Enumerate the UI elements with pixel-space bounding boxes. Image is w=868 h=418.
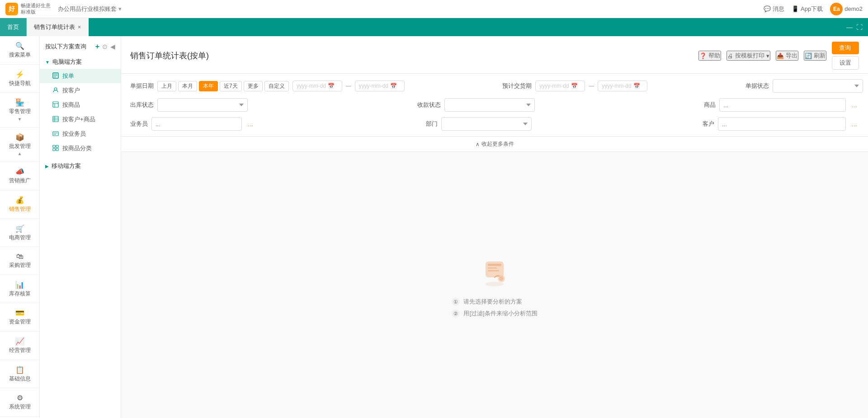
filter-row-1: 单据日期 上月 本月 本年 近7天 更多 自定义 yyyy-mm-dd 📅: [130, 79, 859, 93]
svg-rect-7: [53, 132, 58, 136]
report-title-row: 销售订单统计表(按单) ❓ 帮助 🖨 按模板打印 ▾ 📤: [130, 42, 859, 70]
date-this-year-btn[interactable]: 本年: [199, 81, 218, 91]
empty-hints: ① 请先选择要分析的方案 ② 用[过滤]条件来缩小分析范围: [452, 298, 537, 318]
sidebar-item-basic-info[interactable]: 📋 基础信息: [0, 360, 39, 389]
scheme-section-pc-label: 电脑端方案: [52, 58, 82, 66]
logo-text: 畅捷通好生意 标准版: [21, 3, 51, 14]
tab-sales-order[interactable]: 销售订单统计表 ×: [27, 18, 89, 36]
date-filter-item: 单据日期 上月 本月 本年 近7天 更多 自定义 yyyy-mm-dd 📅: [130, 81, 405, 91]
delivery-date-filter-item: 预计交货期 yyyy-mm-dd 📅 — yyyy-mm-dd 📅: [502, 81, 647, 91]
retail-mgmt-icon: 🏪: [15, 98, 24, 107]
svg-rect-17: [488, 267, 497, 269]
empty-state: ① 请先选择要分析的方案 ② 用[过滤]条件来缩小分析范围: [121, 152, 868, 418]
app-download-button[interactable]: 📱 App下载: [792, 5, 823, 13]
scheme-settings-button[interactable]: ⊙: [102, 43, 108, 50]
salesperson-more-button[interactable]: …: [245, 121, 255, 128]
date-custom-btn[interactable]: 自定义: [264, 81, 289, 91]
filter-row-3: 业务员 … 部门: [130, 117, 859, 131]
filter-bar: 单据日期 上月 本月 本年 近7天 更多 自定义 yyyy-mm-dd 📅: [121, 74, 868, 137]
date-from-input[interactable]: yyyy-mm-dd 📅: [292, 81, 342, 91]
tab-home[interactable]: 首页: [0, 18, 27, 36]
scheme-section-mobile-header[interactable]: ▶ 移动端方案: [40, 159, 121, 173]
delivery-calendar-to-icon: 📅: [633, 83, 640, 89]
date-more-btn[interactable]: 更多: [244, 81, 263, 91]
sidebar-item-inventory[interactable]: 📊 库存核算: [0, 275, 39, 304]
export-button[interactable]: 📤 导出: [776, 51, 798, 61]
scheme-collapse-button[interactable]: ◀: [110, 43, 115, 50]
basic-info-icon: 📋: [15, 366, 24, 374]
breadcrumb-area: 办公用品行业模拟账套 ▾: [58, 5, 122, 13]
svg-rect-10: [53, 145, 55, 147]
tab-close-icon[interactable]: ×: [78, 24, 81, 30]
date-this-month-btn[interactable]: 本月: [178, 81, 197, 91]
product-input[interactable]: [719, 98, 846, 112]
department-select-wrapper: [441, 117, 532, 131]
salesperson-input[interactable]: [151, 117, 242, 131]
sidebar-item-retail-mgmt[interactable]: 🏪 零售管理 ▼: [0, 93, 39, 128]
collapse-bar[interactable]: ∧ 收起更多条件: [121, 137, 868, 152]
print-button[interactable]: 🖨 按模板打印 ▾: [726, 51, 770, 61]
product-more-button[interactable]: …: [849, 102, 859, 109]
scheme-item-by-customer[interactable]: 按客户: [40, 83, 121, 98]
report-header: 销售订单统计表(按单) ❓ 帮助 🖨 按模板打印 ▾ 📤: [121, 36, 868, 74]
scheme-item-by-customer-product[interactable]: 按客户+商品: [40, 112, 121, 127]
empty-hint-1: ① 请先选择要分析的方案: [452, 298, 537, 306]
user-menu[interactable]: Ea demo2: [830, 3, 863, 15]
svg-rect-11: [56, 145, 58, 147]
customer-input[interactable]: [718, 117, 846, 131]
main-layout: 🔍 搜索菜单 ⚡ 快捷导航 🏪 零售管理 ▼ 📦 批发管理 ▲ 📣 营销推广 💰…: [0, 36, 868, 418]
order-status-filter-item: 单据状态 ▾: [745, 79, 859, 93]
product-filter-item: 商品 …: [704, 98, 859, 112]
department-filter-item: 部门: [426, 117, 532, 131]
breadcrumb-dropdown-icon[interactable]: ▾: [118, 5, 122, 12]
sidebar-item-sales-mgmt[interactable]: 💰 销售管理: [0, 190, 39, 219]
sidebar-item-marketing[interactable]: 📣 营销推广: [0, 162, 39, 190]
delivery-date-from-input[interactable]: yyyy-mm-dd 📅: [535, 81, 585, 91]
query-button[interactable]: 查询: [832, 42, 859, 54]
filter-row-2: 出库状态 收款状态: [130, 98, 859, 112]
avatar: Ea: [830, 3, 843, 15]
refresh-button[interactable]: 🔄 刷新: [804, 51, 826, 61]
sidebar-item-sys-mgmt[interactable]: ⚙ 系统管理: [0, 388, 39, 417]
settings-button[interactable]: 设置: [832, 56, 859, 70]
scheme-item-by-product[interactable]: 按商品: [40, 98, 121, 112]
order-status-select-wrapper: [773, 79, 863, 93]
ship-status-select[interactable]: [157, 98, 248, 112]
quick-nav-icon: ⚡: [15, 70, 24, 79]
sidebar: 🔍 搜索菜单 ⚡ 快捷导航 🏪 零售管理 ▼ 📦 批发管理 ▲ 📣 营销推广 💰…: [0, 36, 40, 418]
date-to-input[interactable]: yyyy-mm-dd 📅: [355, 81, 405, 91]
scheme-item-by-order[interactable]: 按单: [40, 69, 121, 83]
date-last-7days-btn[interactable]: 近7天: [220, 81, 242, 91]
order-status-select[interactable]: [773, 79, 863, 93]
report-title: 销售订单统计表(按单): [130, 50, 209, 61]
delivery-date-to-input[interactable]: yyyy-mm-dd 📅: [598, 81, 647, 91]
message-icon: 💬: [764, 5, 771, 12]
messages-button[interactable]: 💬 消息: [764, 5, 784, 13]
by-product-category-icon: [52, 145, 59, 152]
tab-minimize-button[interactable]: —: [846, 24, 853, 31]
sidebar-item-ecom-mgmt[interactable]: 🛒 电商管理: [0, 219, 39, 247]
scheme-item-by-product-category[interactable]: 按商品分类: [40, 141, 121, 156]
svg-rect-16: [488, 264, 501, 266]
sidebar-item-purchase-mgmt[interactable]: 🛍 采购管理: [0, 247, 39, 275]
department-select[interactable]: [441, 117, 532, 131]
retail-mgmt-arrow: ▼: [18, 117, 22, 122]
help-button[interactable]: ❓ 帮助: [698, 51, 721, 61]
sidebar-item-finance-mgmt[interactable]: 💳 资金管理: [0, 303, 39, 332]
sidebar-item-wholesale-mgmt[interactable]: 📦 批发管理 ▲: [0, 128, 39, 162]
scheme-section-pc-header[interactable]: ▼ 电脑端方案: [40, 55, 121, 69]
sidebar-item-search-menu[interactable]: 🔍 搜索菜单: [0, 36, 39, 65]
tab-maximize-button[interactable]: ⛶: [856, 24, 863, 31]
scheme-add-button[interactable]: +: [95, 43, 99, 51]
wholesale-mgmt-icon: 📦: [15, 133, 24, 142]
sidebar-item-ops-mgmt[interactable]: 📈 经营管理: [0, 332, 39, 360]
date-last-month-btn[interactable]: 上月: [157, 81, 176, 91]
empty-illustration: [476, 252, 513, 289]
payment-status-select[interactable]: [444, 98, 535, 112]
hint-num-2: ②: [452, 309, 460, 318]
sidebar-item-quick-nav[interactable]: ⚡ 快捷导航: [0, 65, 39, 93]
scheme-item-by-salesperson[interactable]: 按业务员: [40, 127, 121, 141]
by-customer-icon: [52, 87, 59, 95]
date-quick-buttons: 上月 本月 本年 近7天 更多 自定义: [157, 81, 289, 91]
customer-more-button[interactable]: …: [849, 121, 859, 128]
